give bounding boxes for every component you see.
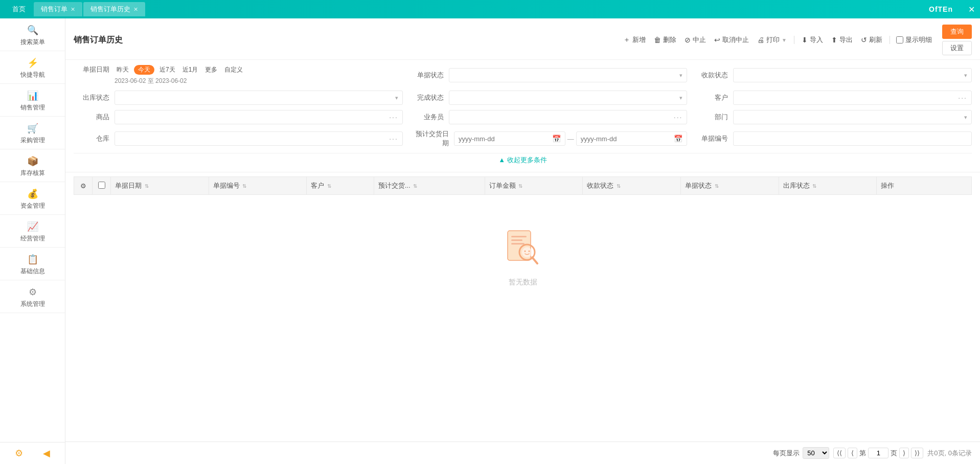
sidebar-finance-label: 资金管理 xyxy=(20,202,45,210)
customer-control[interactable]: ··· xyxy=(733,91,972,105)
completion-status-control[interactable]: ▾ xyxy=(449,91,688,105)
top-right-actions: OfTEn ✕ xyxy=(929,5,975,14)
sidebar-quick-nav-label: 快捷导航 xyxy=(20,71,45,79)
per-page-label: 每页显示 xyxy=(773,449,800,458)
delivery-date-to[interactable]: 📅 xyxy=(576,131,688,146)
export-button[interactable]: ⬆ 导出 xyxy=(830,34,854,46)
data-table: ⚙ 单据日期 ⇅ 单据编号 ⇅ xyxy=(74,176,972,307)
next-page-button[interactable]: ⟩ xyxy=(899,448,909,458)
sidebar-item-operations[interactable]: 📈 经营管理 xyxy=(0,215,65,248)
col-bill-date[interactable]: 单据日期 ⇅ xyxy=(111,177,209,195)
cancel-stop-button[interactable]: ↩ 取消中止 xyxy=(713,34,750,46)
col-customer[interactable]: 客户 ⇅ xyxy=(307,177,374,195)
import-button[interactable]: ⬇ 导入 xyxy=(801,34,824,46)
page-number-input[interactable] xyxy=(868,448,888,458)
window-close-button[interactable]: ✕ xyxy=(968,5,975,14)
prev-page-button[interactable]: ⟨ xyxy=(848,448,857,458)
col-checkbox[interactable] xyxy=(93,177,111,195)
bill-number-input[interactable] xyxy=(738,135,967,143)
sidebar-purchase-mgmt-label: 采购管理 xyxy=(20,136,45,145)
date-btn-1month[interactable]: 近1月 xyxy=(180,65,200,75)
col-order-amount[interactable]: 订单金额 ⇅ xyxy=(485,177,583,195)
collapse-filter-button[interactable]: ▲ 收起更多条件 xyxy=(74,153,972,167)
delivery-date-to-input[interactable] xyxy=(581,135,672,143)
col-bill-date-label: 单据日期 xyxy=(115,182,142,189)
sidebar-item-basic-info[interactable]: 📋 基础信息 xyxy=(0,248,65,280)
stop-button[interactable]: ⊘ 中止 xyxy=(683,34,707,46)
first-page-button[interactable]: ⟨⟨ xyxy=(833,448,846,458)
bill-number-control[interactable] xyxy=(733,131,972,146)
receipt-status-control[interactable]: ▾ xyxy=(733,68,972,82)
inventory-icon: 📦 xyxy=(27,156,38,167)
sidebar-item-inventory[interactable]: 📦 库存核算 xyxy=(0,149,65,182)
settings-button[interactable]: 设置 xyxy=(942,41,972,55)
sidebar-collapse-icon[interactable]: ◀ xyxy=(43,448,50,459)
sidebar-operations-label: 经营管理 xyxy=(20,234,45,243)
calendar-to-icon[interactable]: 📅 xyxy=(674,135,682,143)
goods-control[interactable]: ··· xyxy=(115,110,403,124)
table-header-row: ⚙ 单据日期 ⇅ 单据编号 ⇅ xyxy=(74,177,972,195)
col-settings[interactable]: ⚙ xyxy=(74,177,93,195)
dept-group: 部门 ▾ xyxy=(697,110,972,124)
page-title: 销售订单历史 xyxy=(74,35,123,46)
cancel-stop-icon: ↩ xyxy=(714,36,720,44)
tab-home[interactable]: 首页 xyxy=(5,2,33,16)
close-sales-order-history-tab[interactable]: ✕ xyxy=(133,6,138,13)
date-btn-yesterday[interactable]: 昨天 xyxy=(115,65,131,75)
search-menu-icon: 🔍 xyxy=(27,25,38,36)
tab-sales-order-label: 销售订单 xyxy=(41,5,67,14)
delete-button[interactable]: 🗑 删除 xyxy=(653,34,677,46)
filter-row-2: 出库状态 ▾ 完成状态 ▾ 客户 xyxy=(74,91,972,105)
display-columns-checkbox[interactable] xyxy=(896,36,903,43)
per-page-select[interactable]: 50 10 20 100 xyxy=(803,447,829,459)
select-all-checkbox[interactable] xyxy=(98,182,105,189)
bill-status-control[interactable]: ▾ xyxy=(449,68,688,82)
date-btn-more[interactable]: 更多 xyxy=(203,65,219,75)
col-receipt-status[interactable]: 收款状态 ⇅ xyxy=(583,177,681,195)
delivery-date-from-input[interactable] xyxy=(459,135,550,143)
sidebar-item-quick-nav[interactable]: ⚡ 快捷导航 xyxy=(0,51,65,84)
svg-point-7 xyxy=(524,251,526,252)
new-button[interactable]: ＋ 新增 xyxy=(622,34,647,46)
salesperson-control[interactable]: ··· xyxy=(449,110,688,124)
per-page-section: 每页显示 50 10 20 100 xyxy=(773,447,829,459)
sidebar-settings-icon[interactable]: ⚙ xyxy=(15,448,23,459)
calendar-from-icon[interactable]: 📅 xyxy=(552,135,561,143)
print-button[interactable]: 🖨 打印 ▼ xyxy=(756,34,788,46)
date-btn-custom[interactable]: 自定义 xyxy=(222,65,245,75)
col-operation-label: 操作 xyxy=(881,182,894,189)
outbound-status-arrow: ▾ xyxy=(395,95,398,101)
filter-row-1: 单据日期 昨天 今天 近7天 近1月 更多 自定义 2023-06-02 至 2… xyxy=(74,65,972,85)
import-label: 导入 xyxy=(810,35,823,45)
outbound-status-control[interactable]: ▾ xyxy=(115,91,403,105)
sidebar-item-finance[interactable]: 💰 资金管理 xyxy=(0,182,65,215)
delivery-date-from[interactable]: 📅 xyxy=(454,131,565,146)
sidebar-item-sales-mgmt[interactable]: 📊 销售管理 xyxy=(0,84,65,117)
page-label: 第 xyxy=(859,449,866,458)
col-bill-number[interactable]: 单据编号 ⇅ xyxy=(209,177,307,195)
sidebar-item-sys-mgmt[interactable]: ⚙ 系统管理 xyxy=(0,280,65,313)
empty-state: 暂无数据 xyxy=(74,195,972,307)
date-btn-7days[interactable]: 近7天 xyxy=(157,65,177,75)
col-bill-status[interactable]: 单据状态 ⇅ xyxy=(680,177,779,195)
tab-sales-order[interactable]: 销售订单 ✕ xyxy=(34,2,82,16)
refresh-button[interactable]: ↺ 刷新 xyxy=(860,34,883,46)
outbound-status-group: 出库状态 ▾ xyxy=(74,91,403,105)
close-sales-order-tab[interactable]: ✕ xyxy=(71,6,75,13)
empty-illustration xyxy=(497,226,549,272)
warehouse-control[interactable]: ··· xyxy=(115,131,403,146)
query-button[interactable]: 查询 xyxy=(942,25,972,39)
dept-control[interactable]: ▾ xyxy=(733,110,972,124)
main-layout: 🔍 搜索菜单 ⚡ 快捷导航 📊 销售管理 🛒 采购管理 📦 库存核算 💰 资金管… xyxy=(0,18,980,464)
last-page-button[interactable]: ⟩⟩ xyxy=(911,448,923,458)
display-columns-toggle[interactable]: 显示明细 xyxy=(896,35,932,45)
sidebar-item-purchase-mgmt[interactable]: 🛒 采购管理 xyxy=(0,117,65,149)
col-outbound-status[interactable]: 出库状态 ⇅ xyxy=(779,177,877,195)
date-section: 昨天 今天 近7天 近1月 更多 自定义 2023-06-02 至 2023-0… xyxy=(115,65,403,85)
col-expected-delivery[interactable]: 预计交货... ⇅ xyxy=(374,177,485,195)
empty-state-row: 暂无数据 xyxy=(74,195,972,308)
sidebar-item-search-menu[interactable]: 🔍 搜索菜单 xyxy=(0,18,65,51)
tab-sales-order-history[interactable]: 销售订单历史 ✕ xyxy=(83,2,145,16)
warehouse-label: 仓库 xyxy=(74,134,115,143)
date-btn-today[interactable]: 今天 xyxy=(134,65,154,75)
